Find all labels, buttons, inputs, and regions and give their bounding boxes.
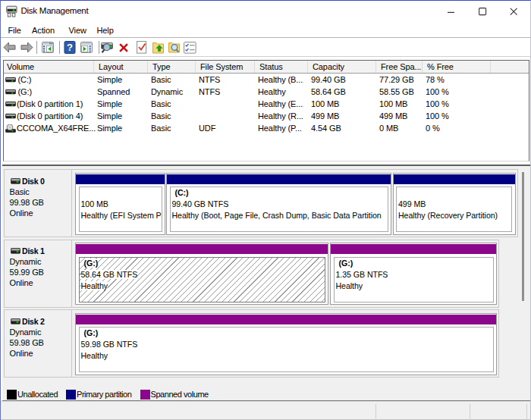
svg-text:?: ? [67,42,73,53]
